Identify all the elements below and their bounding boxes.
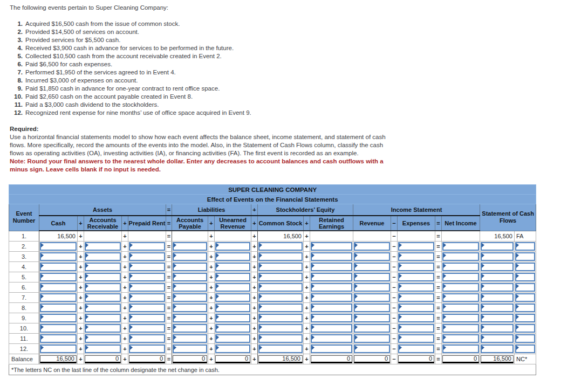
- input-net_income[interactable]: [442, 334, 479, 343]
- input-ar[interactable]: [85, 283, 121, 292]
- input-ar[interactable]: [85, 252, 121, 261]
- input-unearned[interactable]: [215, 263, 250, 271]
- input-common[interactable]: [258, 344, 303, 353]
- input-common[interactable]: [258, 314, 303, 322]
- input-cf_amount[interactable]: [481, 304, 514, 312]
- input-prepaid[interactable]: [129, 242, 165, 251]
- input-revenue[interactable]: [354, 283, 390, 292]
- input-cf_code[interactable]: [515, 324, 535, 333]
- input-cash[interactable]: [40, 242, 77, 251]
- input-net_income[interactable]: [442, 293, 479, 302]
- input-prepaid[interactable]: [129, 304, 165, 312]
- input-common[interactable]: [258, 304, 303, 312]
- input-cash[interactable]: [40, 334, 77, 343]
- input-ap[interactable]: [173, 344, 207, 353]
- input-ap[interactable]: [173, 314, 207, 322]
- input-revenue[interactable]: [354, 242, 390, 251]
- input-net_income[interactable]: [442, 304, 479, 312]
- input-cash[interactable]: [40, 344, 77, 353]
- input-prepaid[interactable]: [129, 344, 165, 353]
- input-cash[interactable]: [40, 283, 77, 292]
- input-expenses[interactable]: [398, 324, 434, 333]
- input-cf_amount[interactable]: [481, 324, 514, 333]
- input-cash[interactable]: [40, 314, 77, 322]
- input-ap[interactable]: [173, 324, 207, 333]
- input-cf_code[interactable]: [515, 344, 535, 353]
- input-retained[interactable]: [311, 273, 352, 281]
- input-cf_amount[interactable]: [481, 334, 514, 343]
- input-retained[interactable]: [311, 283, 352, 292]
- input-cf_amount[interactable]: [481, 293, 514, 302]
- input-unearned[interactable]: [215, 273, 250, 281]
- input-cash[interactable]: [40, 293, 77, 302]
- input-revenue[interactable]: [354, 314, 390, 322]
- input-ap[interactable]: [173, 334, 207, 343]
- input-expenses[interactable]: [398, 273, 434, 281]
- input-cf_code[interactable]: [515, 263, 535, 271]
- input-cf_code[interactable]: [515, 314, 535, 322]
- input-ap[interactable]: [173, 242, 207, 251]
- input-ar[interactable]: [85, 242, 121, 251]
- input-prepaid[interactable]: [129, 334, 165, 343]
- input-ap[interactable]: [173, 283, 207, 292]
- input-cf_amount[interactable]: [481, 273, 514, 281]
- input-net_income[interactable]: [442, 283, 479, 292]
- input-unearned[interactable]: [215, 252, 250, 261]
- input-common[interactable]: [258, 242, 303, 251]
- input-unearned[interactable]: [215, 334, 250, 343]
- input-prepaid[interactable]: [129, 263, 165, 271]
- input-prepaid[interactable]: [129, 273, 165, 281]
- input-common[interactable]: [258, 273, 303, 281]
- input-ar[interactable]: [85, 324, 121, 333]
- input-net_income[interactable]: [442, 263, 479, 271]
- input-ap[interactable]: [173, 293, 207, 302]
- input-unearned[interactable]: [215, 324, 250, 333]
- input-cf_amount[interactable]: [481, 242, 514, 251]
- input-cash[interactable]: [40, 324, 77, 333]
- input-ar[interactable]: [85, 344, 121, 353]
- input-cf_code[interactable]: [515, 334, 535, 343]
- input-unearned[interactable]: [215, 283, 250, 292]
- input-expenses[interactable]: [398, 344, 434, 353]
- input-retained[interactable]: [311, 334, 352, 343]
- input-prepaid[interactable]: [129, 293, 165, 302]
- input-prepaid[interactable]: [129, 252, 165, 261]
- input-expenses[interactable]: [398, 314, 434, 322]
- input-cf_amount[interactable]: [481, 314, 514, 322]
- input-expenses[interactable]: [398, 242, 434, 251]
- input-cf_amount[interactable]: [481, 263, 514, 271]
- input-unearned[interactable]: [215, 314, 250, 322]
- input-revenue[interactable]: [354, 273, 390, 281]
- input-net_income[interactable]: [442, 344, 479, 353]
- input-prepaid[interactable]: [129, 283, 165, 292]
- input-cash[interactable]: [40, 273, 77, 281]
- input-ap[interactable]: [173, 273, 207, 281]
- input-net_income[interactable]: [442, 324, 479, 333]
- input-retained[interactable]: [311, 344, 352, 353]
- input-retained[interactable]: [311, 263, 352, 271]
- input-revenue[interactable]: [354, 344, 390, 353]
- input-cash[interactable]: [40, 263, 77, 271]
- input-retained[interactable]: [311, 252, 352, 261]
- input-revenue[interactable]: [354, 334, 390, 343]
- input-ap[interactable]: [173, 304, 207, 312]
- input-unearned[interactable]: [215, 242, 250, 251]
- input-ar[interactable]: [85, 334, 121, 343]
- input-revenue[interactable]: [354, 304, 390, 312]
- input-common[interactable]: [258, 334, 303, 343]
- input-net_income[interactable]: [442, 273, 479, 281]
- input-net_income[interactable]: [442, 252, 479, 261]
- input-revenue[interactable]: [354, 293, 390, 302]
- input-cf_amount[interactable]: [481, 344, 514, 353]
- input-ar[interactable]: [85, 293, 121, 302]
- input-expenses[interactable]: [398, 252, 434, 261]
- input-revenue[interactable]: [354, 252, 390, 261]
- input-cf_code[interactable]: [515, 252, 535, 261]
- input-expenses[interactable]: [398, 283, 434, 292]
- input-cf_code[interactable]: [515, 283, 535, 292]
- input-prepaid[interactable]: [129, 314, 165, 322]
- input-ar[interactable]: [85, 314, 121, 322]
- input-ar[interactable]: [85, 273, 121, 281]
- input-revenue[interactable]: [354, 324, 390, 333]
- input-unearned[interactable]: [215, 344, 250, 353]
